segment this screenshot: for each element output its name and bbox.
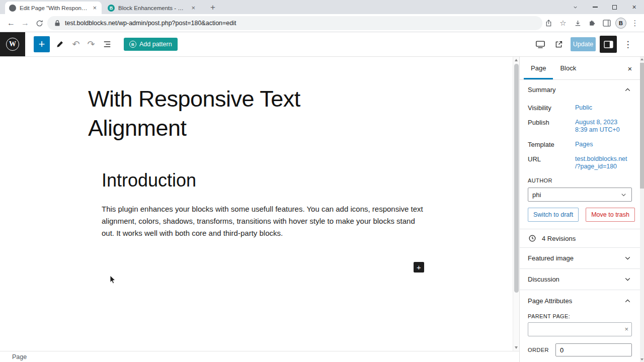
order-row: ORDER (528, 343, 632, 356)
summary-actions: Switch to draft Move to trash (528, 208, 632, 222)
browser-menu-icon[interactable]: ⋮ (629, 17, 641, 29)
update-button[interactable]: Update (571, 37, 596, 51)
sidebar-tabs: Page Block × (520, 57, 640, 80)
visibility-link[interactable]: Public (575, 104, 592, 112)
publish-date-link[interactable]: August 8, 2023 8:39 am UTC+0 (575, 119, 620, 134)
tab-search-icon[interactable] (566, 0, 585, 14)
url-bar[interactable]: test.boldblocks.net/wp-admin/post.php?po… (47, 16, 542, 30)
boldblocks-logo-icon: B (129, 41, 136, 48)
view-page-button[interactable] (550, 36, 567, 52)
block-appender-button[interactable]: + (414, 262, 424, 273)
preview-button[interactable] (532, 36, 548, 52)
scroll-up-icon[interactable] (515, 59, 518, 61)
canvas-scrollbar[interactable] (513, 57, 519, 351)
canvas-scrollbar-thumb[interactable] (514, 64, 519, 293)
parent-page-combobox: × (528, 322, 632, 336)
screen: Edit Page "With Responsive Text × B Bloc… (0, 0, 644, 362)
page-attributes-body: PARENT PAGE: × ORDER (520, 311, 640, 361)
editor-header: W + ↶ ↷ B Add pattern Update ⋮ (0, 32, 644, 57)
page-url-link[interactable]: test.boldblocks.net /?page_id=180 (575, 155, 627, 170)
maximize-button[interactable] (605, 0, 624, 14)
profile-avatar[interactable]: B (615, 18, 626, 29)
block-inserter-button[interactable]: + (34, 36, 50, 52)
share-icon[interactable] (542, 17, 554, 29)
external-link-icon (554, 40, 563, 49)
paragraph-block[interactable]: This plugin enhances your blocks with so… (102, 203, 424, 239)
list-view-button[interactable] (99, 36, 115, 52)
chevron-up-icon (623, 85, 632, 94)
chevron-down-icon (623, 254, 632, 262)
extensions-puzzle-icon[interactable] (586, 17, 598, 29)
summary-row-visibility: Visibility Public (528, 104, 632, 112)
heading-block[interactable]: Introduction (102, 170, 196, 191)
panel-discussion[interactable]: Discussion (520, 269, 640, 290)
sidebar-toggle-icon (604, 41, 613, 48)
settings-toggle-button[interactable] (600, 36, 617, 53)
sidebar-scrollbar-thumb[interactable] (640, 63, 644, 189)
scroll-down-icon[interactable] (515, 346, 518, 349)
browser-tab-strip: Edit Page "With Responsive Text × B Bloc… (0, 0, 644, 14)
editor-canvas: With Responsive Text Alignment Introduct… (0, 57, 513, 351)
order-label: ORDER (528, 347, 549, 353)
wordpress-logo-button[interactable]: W (0, 32, 25, 56)
downloads-icon[interactable] (572, 17, 584, 29)
edit-tool-button[interactable] (52, 36, 68, 52)
author-select[interactable]: phi (528, 188, 632, 202)
bookmark-star-icon[interactable]: ☆ (557, 17, 569, 29)
breadcrumb-bar: Page (0, 351, 519, 362)
parent-page-label: PARENT PAGE: (528, 313, 632, 319)
browser-address-bar: ← → test.boldblocks.net/wp-admin/post.ph… (0, 14, 644, 32)
summary-panel-header[interactable]: Summary (520, 80, 640, 99)
minimize-button[interactable] (585, 0, 605, 14)
parent-page-input[interactable] (528, 322, 632, 336)
settings-sidebar: Page Block × Summary Visibility Public P… (519, 57, 640, 362)
chevron-down-icon (620, 191, 627, 199)
new-tab-button[interactable]: + (207, 2, 218, 13)
tab-page[interactable]: Page (524, 57, 553, 79)
chevron-up-icon (623, 297, 632, 305)
refresh-icon[interactable] (32, 16, 46, 30)
monitor-icon (535, 40, 545, 49)
panel-page-attributes[interactable]: Page Attributes (520, 290, 640, 311)
revisions-button[interactable]: 4 Revisions (520, 229, 640, 248)
tab-block[interactable]: Block (553, 57, 583, 79)
browser-tab-edit-page[interactable]: Edit Page "With Responsive Text × (5, 2, 102, 14)
switch-to-draft-button[interactable]: Switch to draft (528, 208, 579, 222)
pencil-icon (56, 40, 64, 48)
tab-title: Edit Page "With Responsive Text (20, 5, 88, 11)
undo-button[interactable]: ↶ (68, 36, 84, 52)
redo-button[interactable]: ↷ (83, 36, 99, 52)
scroll-up-icon[interactable] (640, 58, 643, 60)
close-sidebar-icon[interactable]: × (625, 63, 635, 73)
wordpress-logo-icon: W (6, 38, 19, 51)
author-label: AUTHOR (528, 177, 632, 184)
order-input[interactable] (555, 343, 632, 356)
lock-icon (54, 20, 60, 27)
close-window-button[interactable]: × (624, 0, 644, 14)
url-text: test.boldblocks.net/wp-admin/post.php?po… (65, 20, 236, 27)
chevron-down-icon (623, 275, 632, 284)
tab-close-icon[interactable]: × (92, 4, 98, 12)
move-to-trash-button[interactable]: Move to trash (586, 208, 635, 222)
forward-icon[interactable]: → (18, 16, 32, 30)
sidebar-scrollbar[interactable] (640, 57, 644, 362)
tab-close-icon[interactable]: × (190, 4, 196, 12)
add-pattern-button[interactable]: B Add pattern (124, 38, 178, 51)
summary-body: Visibility Public Publish August 8, 2023… (520, 99, 640, 222)
breadcrumb[interactable]: Page (12, 353, 27, 360)
scroll-down-icon[interactable] (640, 358, 643, 360)
side-panel-icon[interactable] (601, 17, 613, 29)
panel-featured-image[interactable]: Featured image (520, 248, 640, 269)
browser-actions: ☆ B ⋮ (542, 17, 641, 30)
site-favicon-icon (9, 5, 16, 12)
summary-row-url: URL test.boldblocks.net /?page_id=180 (528, 155, 632, 170)
browser-tab-block-enhancements[interactable]: B Block Enhancements - BoldBlock × (104, 2, 200, 14)
template-link[interactable]: Pages (575, 141, 593, 148)
post-title[interactable]: With Responsive Text Alignment (88, 84, 380, 143)
window-controls: × (566, 0, 644, 14)
editor-options-icon[interactable]: ⋮ (620, 36, 636, 52)
add-pattern-label: Add pattern (139, 41, 172, 48)
back-icon[interactable]: ← (4, 16, 18, 30)
clear-icon[interactable]: × (624, 325, 628, 333)
revisions-clock-icon (528, 234, 537, 243)
